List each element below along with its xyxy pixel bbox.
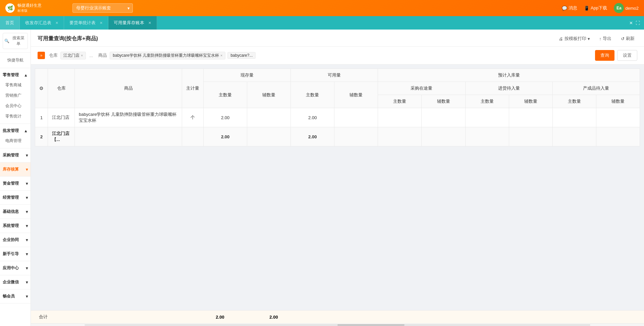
app-download-btn[interactable]: 📱 App下载 <box>584 5 607 11</box>
subtotal-available-aux <box>334 127 378 146</box>
tab-available-inventory-close[interactable]: ✕ <box>148 21 151 25</box>
operation-arrow: ▾ <box>26 195 28 200</box>
sidebar-appstore-title[interactable]: 应用中心 ▾ <box>0 263 31 273</box>
logo: 🌿 畅捷通好生意 标准版 <box>5 3 72 13</box>
sidebar-section-appstore: 应用中心 ▾ <box>0 261 31 275</box>
table-container: ⚙ 仓库 商品 主计量 现存量 可用量 预计入库量 主数量 辅数量 主数量 辅数… <box>31 64 644 310</box>
search-icon: 🔍 <box>4 39 9 43</box>
sidebar-wholesale-title[interactable]: 批发管理 ▲ <box>0 126 31 136</box>
sidebar-item-member-center[interactable]: 会员中心 <box>0 101 31 111</box>
subtotal-warehouse: 江北门店【... <box>48 127 75 146</box>
subtotal-purchase-main <box>378 127 422 146</box>
message-label: 消息 <box>569 5 577 11</box>
page-actions: 🖨 按模板打印 ▾ ↑ 导出 ↺ 刷新 <box>556 34 638 43</box>
cell-available-aux-1 <box>334 108 378 127</box>
print-icon: 🖨 <box>559 36 563 41</box>
sidebar-operation-title[interactable]: 经营管理 ▾ <box>0 193 31 202</box>
basic-label: 基础信息 <box>3 209 19 215</box>
warehouse-tag-close[interactable]: × <box>81 53 83 57</box>
cell-incoming-aux-1 <box>509 108 552 127</box>
sidebar-purchase-title[interactable]: 采购管理 ▾ <box>0 150 31 160</box>
filter-expand-btn[interactable]: » <box>38 52 45 59</box>
cell-production-aux-1 <box>596 108 640 127</box>
warehouse-filter-label: 仓库 <box>49 52 58 58</box>
sidebar-corp-title[interactable]: 企业协同 ▾ <box>0 235 31 245</box>
page-title: 可用量查询(按仓库+商品) <box>38 35 98 42</box>
sidebar-section-corp: 企业协同 ▾ <box>0 233 31 247</box>
warehouse-filter-dots[interactable]: ... <box>88 53 94 58</box>
subtotal-product <box>75 127 182 146</box>
tab-receive-summary[interactable]: 收发存汇总表 ✕ <box>20 16 64 30</box>
col-product-header: 商品 <box>75 69 182 108</box>
subtotal-row: 2 江北门店【... 2.00 2.00 <box>35 127 640 146</box>
search-menu-btn[interactable]: 🔍 搜索菜单 <box>3 33 28 49</box>
user-profile[interactable]: Ea demo2 <box>614 3 639 13</box>
total-available-main: 2.00 <box>260 315 287 320</box>
total-stock-main: 2.00 <box>207 315 233 320</box>
total-label: 合计 <box>35 314 75 320</box>
sidebar-finance-title[interactable]: 资金管理 ▾ <box>0 179 31 188</box>
message-btn[interactable]: 💬 消息 <box>562 5 577 11</box>
logo-icon: 🌿 <box>5 3 15 13</box>
query-btn[interactable]: 查询 <box>595 50 614 61</box>
sidebar-guide-title[interactable]: 新手引导 ▾ <box>0 249 31 259</box>
sidebar-item-retail-mall[interactable]: 零售商城 <box>0 80 31 90</box>
product-tag-1-close[interactable]: × <box>220 53 222 57</box>
tab-receive-summary-close[interactable]: ✕ <box>55 21 58 25</box>
changhui-arrow: ▾ <box>26 294 28 299</box>
warehouse-tag-value: 江北门店 <box>63 53 79 58</box>
export-label: 导出 <box>603 36 611 42</box>
col-incoming-pending-header: 进货待入量 <box>465 82 552 95</box>
sidebar-system-title[interactable]: 系统管理 ▾ <box>0 221 31 231</box>
sidebar-section-finance: 资金管理 ▾ <box>0 177 31 191</box>
app-download-label: App下载 <box>591 5 607 11</box>
sidebar-section-basic: 基础信息 ▾ <box>0 205 31 219</box>
tab-available-inventory[interactable]: 可用量库存账本 ✕ <box>108 16 157 30</box>
tab-available-inventory-label: 可用量库存账本 <box>114 20 144 26</box>
data-table: ⚙ 仓库 商品 主计量 现存量 可用量 预计入库量 主数量 辅数量 主数量 辅数… <box>35 68 640 146</box>
cell-purchase-main-1 <box>378 108 422 127</box>
scrollbar-track[interactable] <box>85 324 590 326</box>
col-stock-header: 现存量 <box>204 69 291 82</box>
refresh-btn[interactable]: ↺ 刷新 <box>618 34 637 43</box>
subtotal-stock-main: 2.00 <box>204 127 247 146</box>
sidebar-item-retail-stats[interactable]: 零售统计 <box>0 111 31 122</box>
sidebar: 🔍 搜索菜单 快捷导航 零售管理 ▲ 零售商城 营销推广 会员中心 零售统计 批… <box>0 30 31 326</box>
industry-label: 母婴行业演示账套 <box>76 5 111 10</box>
sidebar-item-ecommerce[interactable]: 电商管理 <box>0 136 31 146</box>
print-btn[interactable]: 🖨 按模板打印 ▾ <box>556 34 593 43</box>
sidebar-changhui-title[interactable]: 畅会员 ▾ <box>0 291 31 301</box>
retail-label: 零售管理 <box>3 72 19 78</box>
wechat-arrow: ▾ <box>26 280 28 285</box>
sidebar-item-quick-nav[interactable]: 快捷导航 <box>0 55 31 66</box>
cell-incoming-main-1 <box>465 108 509 127</box>
wholesale-arrow: ▲ <box>24 129 28 133</box>
tab-maximize-icon[interactable]: ⛶ <box>636 20 640 26</box>
tab-home[interactable]: 首页 <box>0 16 20 30</box>
col-settings-header[interactable]: ⚙ <box>35 69 48 108</box>
sidebar-basic-title[interactable]: 基础信息 ▾ <box>0 207 31 217</box>
scrollbar-thumb[interactable] <box>337 324 405 326</box>
sidebar-section-operation: 经营管理 ▾ <box>0 191 31 205</box>
settings-btn[interactable]: 设置 <box>617 50 637 61</box>
sidebar-inventory-title[interactable]: 库存核算 ▾ <box>0 165 31 174</box>
subtotal-index: 2 <box>35 127 48 146</box>
tab-order-stats-close[interactable]: ✕ <box>100 21 103 25</box>
sidebar-section-purchase: 采购管理 ▾ <box>0 148 31 162</box>
sidebar-item-marketing[interactable]: 营销推广 <box>0 90 31 101</box>
sidebar-section-system: 系统管理 ▾ <box>0 219 31 233</box>
industry-selector[interactable]: 母婴行业演示账套 <box>72 3 133 13</box>
col-purchase-main-header: 主数量 <box>378 95 422 108</box>
export-btn[interactable]: ↑ 导出 <box>597 34 614 43</box>
sidebar-retail-title[interactable]: 零售管理 ▲ <box>0 70 31 80</box>
sidebar-wechat-title[interactable]: 企业微信 ▾ <box>0 277 31 287</box>
filter-bar: » 仓库 江北门店 × ... 商品 babycare学饮杯 儿童防摔防撞吸管杯… <box>31 47 644 64</box>
tab-order-stats[interactable]: 要货单统计表 ✕ <box>64 16 108 30</box>
sidebar-section-retail: 零售管理 ▲ 零售商城 营销推广 会员中心 零售统计 <box>0 68 31 124</box>
product-tag-1-value: babycare学饮杯 儿童防摔防撞吸管杯重力球吸嘴杯宝宝水杯 <box>113 53 219 58</box>
tab-receive-summary-label: 收发存汇总表 <box>25 20 51 26</box>
col-available-header: 可用量 <box>291 69 378 82</box>
col-incoming-aux-header: 辅数量 <box>509 95 552 108</box>
col-warehouse-header: 仓库 <box>48 69 75 108</box>
tab-close-all-icon[interactable]: ✕ <box>629 20 633 26</box>
